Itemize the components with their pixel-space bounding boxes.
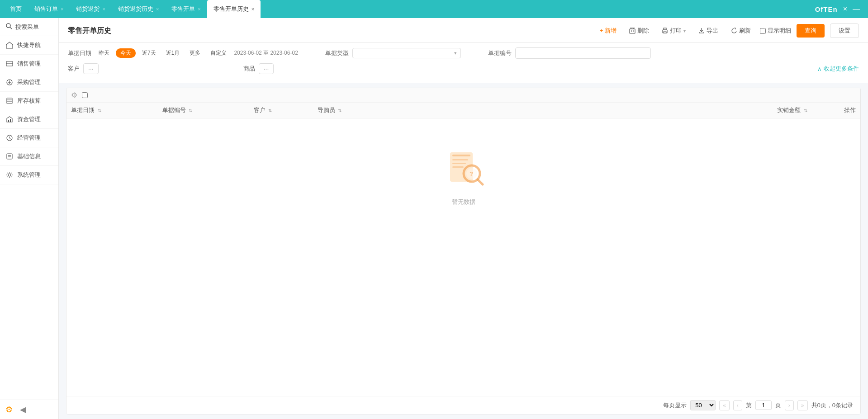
- sidebar-item-inventory[interactable]: 库存核算: [0, 92, 58, 110]
- date-filter-label: 单据日期: [68, 49, 91, 57]
- per-page-select[interactable]: 50 10 20 100: [690, 400, 716, 410]
- col-date[interactable]: 单据日期 ⇅: [66, 103, 158, 118]
- tab-sales-return-close[interactable]: ×: [102, 6, 105, 12]
- filter-number: 单据编号: [488, 47, 651, 59]
- page-suffix: 页: [775, 401, 781, 410]
- col-amount[interactable]: 实销金额 ⇅: [390, 103, 812, 118]
- nav-close-icon[interactable]: ×: [843, 5, 847, 13]
- svg-rect-24: [664, 28, 666, 30]
- empty-state: ? 暂无数据: [66, 118, 860, 233]
- empty-text: 暂无数据: [452, 198, 475, 206]
- svg-rect-25: [664, 32, 666, 33]
- refresh-icon: [731, 28, 737, 34]
- toolbar: + 新增 删除 打印 ▾ 导出: [596, 24, 859, 38]
- table-scroll: 单据日期 ⇅ 单据编号 ⇅ 客户 ⇅: [66, 103, 860, 396]
- col-guide[interactable]: 导购员 ⇅: [313, 103, 390, 118]
- content-header: 零售开单历史 + 新增 删除 打印 ▾ 导出: [59, 18, 868, 43]
- tab-sales-order-close[interactable]: ×: [61, 6, 63, 12]
- date-btn-1month[interactable]: 近1月: [162, 48, 184, 58]
- prev-page-btn[interactable]: ‹: [733, 400, 742, 410]
- date-btn-yesterday[interactable]: 昨天: [95, 48, 113, 58]
- sidebar-item-sales-mgmt-label: 销售管理: [17, 60, 41, 68]
- svg-rect-11: [10, 119, 11, 122]
- table-settings-icon[interactable]: ⚙: [71, 91, 77, 99]
- col-number[interactable]: 单据编号 ⇅: [158, 103, 249, 118]
- date-btn-today[interactable]: 今天: [116, 48, 136, 58]
- date-btn-more[interactable]: 更多: [186, 48, 204, 58]
- svg-line-33: [478, 179, 483, 184]
- tab-retail-history[interactable]: 零售开单历史 ×: [207, 0, 261, 18]
- sidebar-search-label: 搜索采单: [15, 23, 39, 31]
- collapse-icon[interactable]: ◀: [20, 405, 26, 414]
- tab-home[interactable]: 首页: [4, 0, 28, 18]
- query-button[interactable]: 查询: [797, 24, 825, 38]
- sidebar-item-purchase-mgmt[interactable]: 采购管理: [0, 73, 58, 92]
- date-quick-btns: 昨天 今天 近7天 近1月 更多 自定义: [95, 48, 230, 58]
- sidebar-item-purchase-mgmt-label: 采购管理: [17, 78, 41, 86]
- col-customer[interactable]: 客户 ⇅: [249, 103, 313, 118]
- sidebar-item-sales-mgmt[interactable]: 销售管理: [0, 55, 58, 73]
- main-layout: 搜索采单 快捷导航 销售管理 采购管理: [0, 18, 868, 419]
- home-icon: [5, 41, 14, 49]
- tab-sales-return-history-close[interactable]: ×: [156, 6, 159, 12]
- delete-button[interactable]: 删除: [626, 25, 653, 37]
- type-select[interactable]: ▾: [352, 48, 461, 58]
- nav-minimize-icon[interactable]: —: [853, 5, 860, 13]
- print-icon: [662, 28, 668, 34]
- print-button[interactable]: 打印 ▾: [658, 25, 689, 37]
- next-page-btn[interactable]: ›: [785, 400, 794, 410]
- type-filter-label: 单据类型: [325, 49, 349, 57]
- sidebar-item-basic-info[interactable]: 基础信息: [0, 147, 58, 166]
- svg-rect-30: [452, 166, 464, 168]
- date-btn-7days[interactable]: 近7天: [138, 48, 160, 58]
- product-select-btn[interactable]: ···: [259, 63, 274, 74]
- refresh-button[interactable]: 刷新: [727, 25, 754, 37]
- sidebar-item-quick-nav-label: 快捷导航: [17, 41, 41, 49]
- filter-area: 单据日期 昨天 今天 近7天 近1月 更多 自定义 2023-06-02 至 2…: [59, 43, 868, 83]
- filter-row-1: 单据日期 昨天 今天 近7天 近1月 更多 自定义 2023-06-02 至 2…: [68, 47, 859, 59]
- display-detail-checkbox[interactable]: 显示明细: [760, 27, 791, 35]
- page-number-input[interactable]: [755, 400, 772, 410]
- number-filter-input[interactable]: [515, 47, 651, 59]
- svg-text:?: ?: [470, 170, 473, 177]
- sidebar-item-sys-mgmt[interactable]: 系统管理: [0, 166, 58, 184]
- sidebar-item-inventory-label: 库存核算: [17, 97, 41, 105]
- page-title-row: 零售开单历史 + 新增 删除 打印 ▾ 导出: [68, 24, 859, 38]
- search-icon: [5, 23, 13, 31]
- purchase-icon: [5, 78, 14, 86]
- new-button[interactable]: + 新增: [596, 25, 620, 37]
- sys-mgmt-icon: [5, 171, 14, 179]
- first-page-btn[interactable]: «: [719, 400, 730, 410]
- data-table: 单据日期 ⇅ 单据编号 ⇅ 客户 ⇅: [66, 103, 860, 118]
- last-page-btn[interactable]: »: [797, 400, 808, 410]
- sidebar-item-quick-nav[interactable]: 快捷导航: [0, 36, 58, 55]
- display-detail-input[interactable]: [760, 28, 766, 34]
- settings-icon[interactable]: ⚙: [5, 405, 13, 414]
- collapse-filter-btn[interactable]: ∧ 收起更多条件: [817, 65, 859, 73]
- sidebar: 搜索采单 快捷导航 销售管理 采购管理: [0, 18, 59, 419]
- sidebar-item-operations[interactable]: 经营管理: [0, 129, 58, 147]
- tab-sales-return-history[interactable]: 销货退货历史 ×: [112, 0, 165, 18]
- customer-select-btn[interactable]: ···: [83, 63, 99, 74]
- operations-icon: [5, 134, 14, 142]
- filter-product: 商品 ···: [243, 63, 274, 74]
- tab-retail-open-label: 零售开单: [171, 5, 195, 13]
- sidebar-search[interactable]: 搜索采单: [0, 18, 58, 36]
- finance-icon: [5, 115, 14, 123]
- sidebar-item-finance[interactable]: 资金管理: [0, 110, 58, 129]
- empty-state-icon: ?: [441, 146, 486, 191]
- tab-sales-order[interactable]: 销售订单 ×: [28, 0, 70, 18]
- tab-sales-return[interactable]: 销货退货 ×: [70, 0, 111, 18]
- tab-retail-open[interactable]: 零售开单 ×: [165, 0, 207, 18]
- export-button[interactable]: 导出: [695, 25, 722, 37]
- sales-icon: [5, 60, 14, 68]
- sidebar-item-finance-label: 资金管理: [17, 115, 41, 123]
- svg-rect-7: [7, 98, 12, 104]
- table-select-all[interactable]: [82, 92, 88, 98]
- chevron-up-icon: ∧: [817, 66, 822, 72]
- sidebar-footer: ⚙ ◀: [0, 400, 58, 419]
- tab-retail-open-close[interactable]: ×: [198, 6, 200, 12]
- tab-retail-history-close[interactable]: ×: [251, 6, 254, 12]
- date-btn-custom[interactable]: 自定义: [207, 48, 230, 58]
- settings-button[interactable]: 设置: [830, 24, 859, 38]
